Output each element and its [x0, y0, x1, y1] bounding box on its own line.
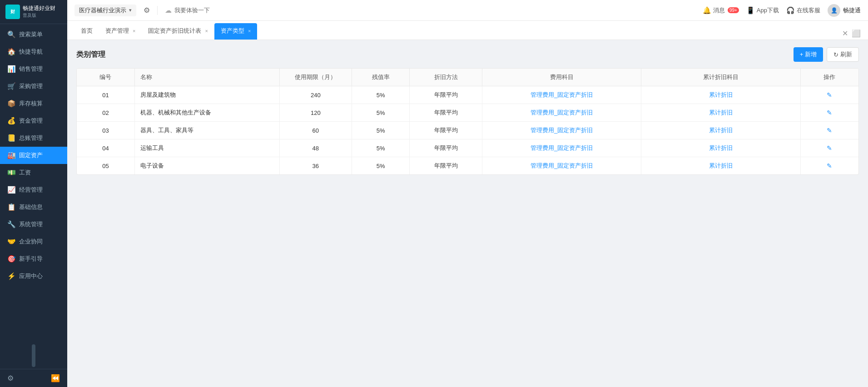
tab-home[interactable]: 首页 — [74, 23, 99, 40]
header-actions: + 新增 ↻ 刷新 — [794, 47, 859, 62]
notification-badge: 99+ — [728, 7, 739, 13]
cell-expense-1: 管理费用_固定资产折旧 — [482, 104, 641, 122]
tab-asset-type-close[interactable]: × — [248, 28, 251, 34]
sidebar-bottom: ⚙ ⏪ — [0, 369, 67, 387]
sidebar-item-label: 固定资产 — [19, 151, 43, 159]
edit-icon-2[interactable]: ✎ — [827, 127, 832, 134]
refresh-button[interactable]: ↻ 刷新 — [827, 47, 859, 62]
sidebar-logo: 财 畅捷通好业财 普及版 — [0, 0, 67, 24]
cell-expense-2: 管理费用_固定资产折旧 — [482, 122, 641, 139]
col-header-cumulative: 累计折旧科目 — [641, 69, 801, 86]
sidebar-item-funds[interactable]: 💰资金管理 — [0, 112, 67, 129]
topbar: 医疗器械行业演示 ▾ ⚙ ☁ 我要体验一下 🔔 消息 99+ 📱 App下载 🎧… — [67, 0, 868, 21]
cell-name-1: 机器、机械和其他生产设备 — [134, 104, 279, 122]
cell-residual-3: 5% — [352, 139, 410, 157]
cell-expense-3: 管理费用_固定资产折旧 — [482, 139, 641, 157]
cell-code-4: 05 — [77, 157, 134, 175]
category-table: 编号 名称 使用期限（月） 残值率 折旧方法 费用科目 累计折旧科目 操作 01… — [76, 68, 859, 175]
quick-nav-icon: 🏠 — [7, 48, 15, 56]
experience-btn[interactable]: ☁ 我要体验一下 — [165, 6, 210, 15]
topbar-right: 🔔 消息 99+ 📱 App下载 🎧 在线客服 👤 畅捷通 — [703, 4, 861, 17]
edit-icon-1[interactable]: ✎ — [827, 109, 832, 116]
cell-period-3: 48 — [279, 139, 352, 157]
cell-method-2: 年限平均 — [410, 122, 482, 139]
cell-expense-4: 管理费用_固定资产折旧 — [482, 157, 641, 175]
sidebar-item-label: 销售管理 — [19, 65, 43, 73]
close-window-icon[interactable]: ✕ — [842, 29, 848, 38]
table: 编号 名称 使用期限（月） 残值率 折旧方法 费用科目 累计折旧科目 操作 01… — [77, 69, 858, 174]
table-body: 01 房屋及建筑物 240 5% 年限平均 管理费用_固定资产折旧 累计折旧 ✎… — [77, 86, 858, 175]
sidebar-item-system[interactable]: 🔧系统管理 — [0, 216, 67, 233]
settings-icon[interactable]: ⚙ — [7, 374, 14, 382]
search-icon: 🔍 — [7, 30, 15, 39]
cell-residual-2: 5% — [352, 122, 410, 139]
app-download-btn[interactable]: 📱 App下载 — [746, 6, 779, 15]
sidebar-item-inventory[interactable]: 📦库存核算 — [0, 95, 67, 112]
cell-name-0: 房屋及建筑物 — [134, 86, 279, 104]
sidebar-scrollbar-thumb — [32, 344, 35, 367]
ledger-icon: 📒 — [7, 134, 15, 142]
col-header-name: 名称 — [134, 69, 279, 86]
tab-home-label: 首页 — [81, 27, 93, 35]
col-header-period: 使用期限（月） — [279, 69, 352, 86]
sidebar-item-enterprise[interactable]: 🤝企业协同 — [0, 233, 67, 250]
sidebar-item-label: 应用中心 — [19, 272, 43, 280]
sidebar-item-quick-nav[interactable]: 🏠快捷导航 — [0, 43, 67, 60]
table-row: 03 器具、工具、家具等 60 5% 年限平均 管理费用_固定资产折旧 累计折旧… — [77, 122, 858, 139]
tab-asset-mgmt-close[interactable]: × — [133, 28, 135, 34]
main-area: 医疗器械行业演示 ▾ ⚙ ☁ 我要体验一下 🔔 消息 99+ 📱 App下载 🎧… — [67, 0, 868, 387]
maximize-window-icon[interactable]: ⬜ — [852, 29, 861, 38]
gear-icon[interactable]: ⚙ — [144, 6, 150, 15]
tab-asset-type-label: 资产类型 — [221, 27, 244, 35]
table-row: 02 机器、机械和其他生产设备 120 5% 年限平均 管理费用_固定资产折旧 … — [77, 104, 858, 122]
sidebar-item-sales[interactable]: 📊销售管理 — [0, 60, 67, 78]
tab-asset-type[interactable]: 资产类型 × — [214, 23, 257, 40]
window-controls: ✕ ⬜ — [842, 29, 861, 40]
basic-info-icon: 📋 — [7, 203, 15, 211]
sidebar-item-search[interactable]: 🔍搜索菜单 — [0, 26, 67, 43]
bell-icon: 🔔 — [703, 6, 711, 15]
user-menu[interactable]: 👤 畅捷通 — [828, 4, 861, 17]
table-row: 04 运输工具 48 5% 年限平均 管理费用_固定资产折旧 累计折旧 ✎ — [77, 139, 858, 157]
app-selector-label: 医疗器械行业演示 — [79, 6, 126, 15]
cell-period-0: 240 — [279, 86, 352, 104]
sidebar-item-label: 企业协同 — [19, 238, 43, 246]
edit-icon-0[interactable]: ✎ — [827, 91, 832, 99]
cell-method-4: 年限平均 — [410, 157, 482, 175]
sidebar-item-label: 经营管理 — [19, 186, 43, 194]
tab-depreciation[interactable]: 固定资产折旧统计表 × — [142, 23, 214, 40]
cell-name-2: 器具、工具、家具等 — [134, 122, 279, 139]
edit-icon-3[interactable]: ✎ — [827, 144, 832, 152]
tab-depreciation-close[interactable]: × — [205, 28, 208, 34]
tab-depreciation-label: 固定资产折旧统计表 — [148, 27, 201, 35]
headset-icon: 🎧 — [786, 6, 795, 15]
app-version: 普及版 — [23, 12, 55, 19]
edit-icon-4[interactable]: ✎ — [827, 162, 832, 169]
tab-asset-mgmt[interactable]: 资产管理 × — [99, 23, 142, 40]
sales-icon: 📊 — [7, 65, 15, 73]
notification-label: 消息 — [713, 6, 725, 15]
sidebar-item-beginner[interactable]: 🎯新手引导 — [0, 250, 67, 268]
sidebar-item-app-center[interactable]: ⚡应用中心 — [0, 268, 67, 285]
purchase-icon: 🛒 — [7, 82, 15, 90]
cell-cumulative-4: 累计折旧 — [641, 157, 801, 175]
sidebar-item-payroll[interactable]: 💵工资 — [0, 164, 67, 181]
sidebar-item-operations[interactable]: 📈经营管理 — [0, 181, 67, 198]
app-selector[interactable]: 医疗器械行业演示 ▾ — [74, 5, 136, 16]
sidebar-item-label: 系统管理 — [19, 220, 43, 228]
sidebar-item-label: 快捷导航 — [19, 48, 43, 56]
sidebar-item-fixed-assets[interactable]: 🏭固定资产 — [0, 147, 67, 164]
cell-period-4: 36 — [279, 157, 352, 175]
cell-residual-4: 5% — [352, 157, 410, 175]
sidebar-item-basic-info[interactable]: 📋基础信息 — [0, 198, 67, 216]
sidebar-item-label: 资金管理 — [19, 117, 43, 125]
notification-btn[interactable]: 🔔 消息 99+ — [703, 6, 739, 15]
enterprise-icon: 🤝 — [7, 238, 15, 246]
customer-service-btn[interactable]: 🎧 在线客服 — [786, 6, 820, 15]
sidebar-item-purchase[interactable]: 🛒采购管理 — [0, 78, 67, 95]
beginner-icon: 🎯 — [7, 255, 15, 263]
collapse-icon[interactable]: ⏪ — [51, 374, 60, 382]
sidebar-item-ledger[interactable]: 📒总账管理 — [0, 129, 67, 147]
new-button[interactable]: + 新增 — [794, 47, 823, 62]
chevron-down-icon: ▾ — [129, 7, 132, 13]
